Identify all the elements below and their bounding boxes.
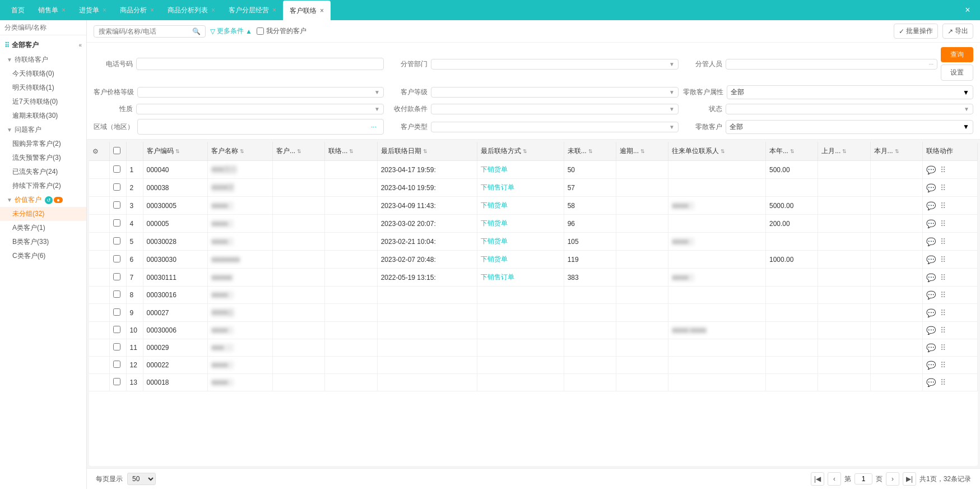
tab-home[interactable]: 首页 — [4, 0, 31, 20]
grid-action-icon[interactable]: ⠿ — [940, 290, 946, 299]
message-action-icon[interactable]: 💬 — [926, 378, 936, 387]
status-select[interactable]: ▼ — [726, 104, 973, 114]
partner-contact-sort-icon[interactable]: ⇅ — [721, 149, 725, 154]
sidebar-item-week-contact[interactable]: 近7天待联络(0) — [0, 95, 86, 109]
sidebar-item-churn-warning[interactable]: 流失预警客户(3) — [0, 151, 86, 165]
sidebar-item-c-class[interactable]: C类客户(6) — [0, 249, 86, 263]
row-checkbox[interactable] — [113, 255, 120, 262]
last-month-sort-icon[interactable]: ⇅ — [842, 149, 847, 154]
message-action-icon[interactable]: 💬 — [926, 165, 936, 174]
grid-action-icon[interactable]: ⠿ — [940, 378, 946, 387]
customer-level-select[interactable]: ▼ — [431, 87, 679, 98]
tab-sales[interactable]: 销售单 × — [31, 0, 72, 20]
customer-type-sort-icon[interactable]: ⇅ — [297, 149, 301, 154]
row-checkbox[interactable] — [113, 290, 120, 298]
grid-action-icon[interactable]: ⠿ — [940, 308, 946, 317]
this-year-sort-icon[interactable]: ⇅ — [790, 149, 795, 154]
tab-purchase[interactable]: 进货单 × — [72, 0, 113, 20]
retail-customer-select[interactable]: 全部 ▼ — [726, 120, 973, 134]
grid-action-icon[interactable]: ⠿ — [940, 361, 946, 370]
grid-action-icon[interactable]: ⠿ — [940, 343, 946, 352]
customer-name-sort-icon[interactable]: ⇅ — [240, 149, 244, 154]
last-date-sort-icon[interactable]: ⇅ — [423, 149, 428, 154]
row-checkbox[interactable] — [113, 201, 120, 209]
row-checkbox[interactable] — [113, 361, 120, 368]
dept-select[interactable]: ▼ — [431, 59, 679, 70]
more-conditions-btn[interactable]: ▽ 更多条件 ▲ — [210, 26, 252, 36]
sidebar-item-ungrouped[interactable]: 未分组(32) — [0, 207, 86, 221]
last-method-link[interactable]: 下销售订单 — [481, 273, 514, 281]
region-dots-icon[interactable]: ··· — [368, 121, 380, 132]
sidebar-item-today-contact[interactable]: 今天待联络(0) — [0, 67, 86, 81]
price-level-select[interactable]: ▼ — [137, 87, 384, 98]
prev-page-button[interactable]: ‹ — [828, 472, 841, 486]
overdue-sort-icon[interactable]: ⇅ — [640, 149, 645, 154]
sidebar-all-customers[interactable]: ⠿ 全部客户 « — [0, 38, 86, 53]
row-checkbox[interactable] — [113, 378, 120, 385]
payment-select[interactable]: ▼ — [431, 104, 679, 114]
message-action-icon[interactable]: 💬 — [926, 201, 936, 210]
last-method-link[interactable]: 下销货单 — [481, 201, 508, 209]
next-page-button[interactable]: › — [886, 472, 899, 486]
tab-purchase-close[interactable]: × — [103, 6, 106, 14]
message-action-icon[interactable]: 💬 — [926, 255, 936, 264]
grid-action-icon[interactable]: ⠿ — [940, 219, 946, 228]
search-icon[interactable]: 🔍 — [192, 27, 201, 35]
sidebar-group-pending-contact[interactable]: ▼ 待联络客户 — [0, 53, 86, 67]
grid-action-icon[interactable]: ⠿ — [940, 326, 946, 335]
staff-select[interactable]: ··· — [726, 59, 937, 70]
row-checkbox[interactable] — [113, 183, 120, 191]
message-action-icon[interactable]: 💬 — [926, 219, 936, 228]
retail-attr-select[interactable]: 全部 ▼ — [727, 85, 973, 99]
query-button[interactable]: 查询 — [941, 47, 973, 62]
row-checkbox[interactable] — [113, 343, 120, 350]
this-month-sort-icon[interactable]: ⇅ — [895, 149, 899, 154]
message-action-icon[interactable]: 💬 — [926, 326, 936, 335]
tab-customer-contact[interactable]: 客户联络 × — [283, 1, 331, 21]
row-checkbox[interactable] — [113, 273, 120, 280]
sidebar-item-hoarding[interactable]: 囤购异常客户(2) — [0, 137, 86, 151]
nav-close-all-button[interactable]: × — [960, 2, 976, 18]
tab-customer-segment-close[interactable]: × — [272, 6, 276, 14]
message-action-icon[interactable]: 💬 — [926, 273, 936, 282]
message-action-icon[interactable]: 💬 — [926, 183, 936, 192]
phone-input[interactable] — [136, 58, 384, 70]
customer-type-select[interactable]: ▼ — [431, 122, 679, 132]
message-action-icon[interactable]: 💬 — [926, 308, 936, 317]
row-checkbox[interactable] — [113, 219, 120, 227]
last-method-sort-icon[interactable]: ⇅ — [523, 149, 527, 154]
page-size-select[interactable]: 50 100 200 — [127, 473, 156, 485]
tab-sales-close[interactable]: × — [62, 6, 66, 14]
last-method-link[interactable]: 下销货单 — [481, 219, 508, 227]
sidebar-search-input[interactable] — [4, 24, 87, 31]
grid-action-icon[interactable]: ⠿ — [940, 273, 946, 282]
my-customers-checkbox[interactable] — [257, 27, 264, 35]
grid-action-icon[interactable]: ⠿ — [940, 255, 946, 264]
sidebar-item-tomorrow-contact[interactable]: 明天待联络(1) — [0, 81, 86, 95]
first-page-button[interactable]: |◀ — [811, 472, 824, 486]
last-method-link[interactable]: 下销货单 — [481, 237, 508, 245]
sidebar-item-b-class[interactable]: B类客户(33) — [0, 235, 86, 249]
row-checkbox[interactable] — [113, 165, 120, 173]
search-input[interactable] — [99, 27, 190, 35]
tab-analysis-close[interactable]: × — [150, 6, 154, 14]
no-contact-sort-icon[interactable]: ⇅ — [588, 149, 593, 154]
grid-action-icon[interactable]: ⠿ — [940, 201, 946, 210]
grid-action-icon[interactable]: ⠿ — [940, 165, 946, 174]
last-method-link[interactable]: 下销售订单 — [481, 183, 514, 191]
sidebar-group-value-customers[interactable]: ▼ 价值客户 ↺ ● — [0, 193, 86, 207]
sidebar-group-problem-customers[interactable]: ▼ 问题客户 — [0, 123, 86, 137]
grid-action-icon[interactable]: ⠿ — [940, 237, 946, 246]
tab-customer-contact-close[interactable]: × — [320, 7, 324, 15]
export-button[interactable]: ↗ 导出 — [942, 24, 973, 39]
message-action-icon[interactable]: 💬 — [926, 237, 936, 246]
batch-ops-button[interactable]: ✓ 批量操作 — [894, 24, 938, 39]
sidebar-item-churned[interactable]: 已流失客户(24) — [0, 165, 86, 179]
message-action-icon[interactable]: 💬 — [926, 361, 936, 370]
select-all-checkbox[interactable] — [113, 147, 120, 154]
last-page-button[interactable]: ▶| — [903, 472, 916, 486]
value-refresh-icon[interactable]: ↺ — [44, 196, 53, 204]
last-method-link[interactable]: 下销货单 — [481, 165, 508, 173]
message-action-icon[interactable]: 💬 — [926, 343, 936, 352]
nature-select[interactable]: ▼ — [136, 104, 384, 114]
